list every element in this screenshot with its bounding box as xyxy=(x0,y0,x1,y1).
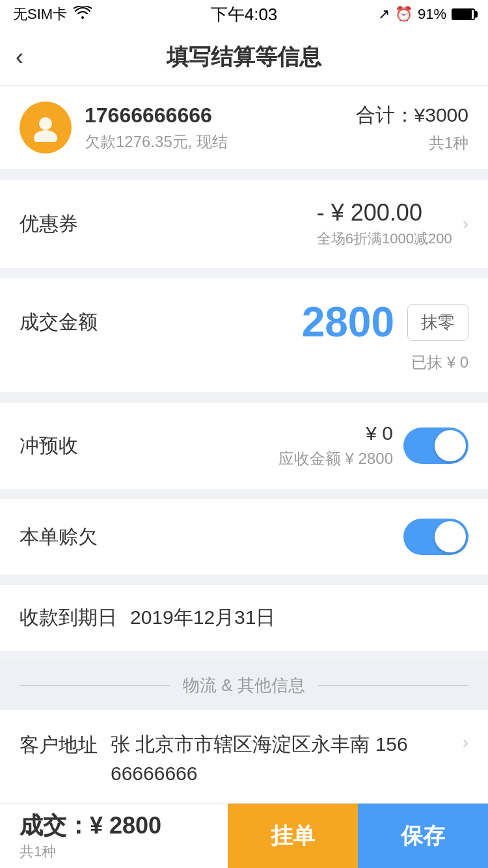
battery-icon xyxy=(452,8,475,20)
precollect-label: 冲预收 xyxy=(20,433,78,459)
customer-card: 17666666666 欠款1276.35元, 现结 合计：¥3000 共1种 xyxy=(0,86,488,169)
address-value: 张 北京市市辖区海淀区永丰南 156 66666666 xyxy=(111,729,463,788)
coupon-section: 优惠券 - ¥ 200.00 全场6折满1000减200 › xyxy=(0,180,488,268)
total-label: 合计： xyxy=(356,104,414,126)
status-bar: 无SIM卡 下午4:03 ↗ ⏰ 91% xyxy=(0,0,488,29)
nav-bar: ‹ 填写结算等信息 xyxy=(0,29,488,86)
debt-toggle-knob xyxy=(435,521,466,552)
avatar xyxy=(20,102,72,154)
customer-debt: 欠款1276.35元, 现结 xyxy=(85,131,228,152)
divider-line-left xyxy=(20,685,170,686)
total-amount: ¥3000 xyxy=(414,104,468,126)
coupon-info: - ¥ 200.00 全场6折满1000减200 xyxy=(317,199,452,249)
battery-label: 91% xyxy=(418,6,446,23)
precollect-toggle-knob xyxy=(435,430,466,461)
due-date-label: 收款到期日 xyxy=(20,604,117,631)
coupon-chevron-icon: › xyxy=(463,213,468,234)
status-bar-time: 下午4:03 xyxy=(211,3,278,26)
due-date-section: 收款到期日 2019年12月31日 xyxy=(0,585,488,651)
status-bar-right: ↗ ⏰ 91% xyxy=(378,6,475,23)
customer-right: 合计：¥3000 共1种 xyxy=(356,102,468,154)
svg-point-0 xyxy=(39,117,52,130)
divider-text: 物流 & 其他信息 xyxy=(183,674,305,697)
debt-label: 本单赊欠 xyxy=(20,524,98,550)
alarm-icon: ⏰ xyxy=(395,6,413,23)
address-chevron-icon: › xyxy=(463,729,468,753)
coupon-right: - ¥ 200.00 全场6折满1000减200 › xyxy=(317,199,468,249)
coupon-row[interactable]: 优惠券 - ¥ 200.00 全场6折满1000减200 › xyxy=(0,180,488,268)
bottom-deal: 成交：¥ 2800 xyxy=(20,810,208,842)
precollect-amount: ¥ 0 xyxy=(278,422,393,444)
deal-section: 成交金额 2800 抹零 已抹 ¥ 0 xyxy=(0,278,488,392)
precollect-amounts: ¥ 0 应收金额 ¥ 2800 xyxy=(278,422,393,469)
bottom-count: 共1种 xyxy=(20,842,208,861)
customer-total: 合计：¥3000 xyxy=(356,102,468,129)
deal-row: 成交金额 2800 抹零 xyxy=(20,298,468,346)
precollect-section: 冲预收 ¥ 0 应收金额 ¥ 2800 xyxy=(0,403,488,489)
precollect-right: ¥ 0 应收金额 ¥ 2800 xyxy=(278,422,468,469)
bottom-bar: 成交：¥ 2800 共1种 挂单 保存 xyxy=(0,803,488,868)
wifi-icon xyxy=(74,6,92,23)
precollect-row: 冲预收 ¥ 0 应收金额 ¥ 2800 xyxy=(0,403,488,489)
status-bar-left: 无SIM卡 xyxy=(13,5,92,24)
back-button[interactable]: ‹ xyxy=(16,44,23,71)
debt-section: 本单赊欠 xyxy=(0,499,488,575)
content: 17666666666 欠款1276.35元, 现结 合计：¥3000 共1种 … xyxy=(0,86,488,868)
customer-info: 17666666666 欠款1276.35元, 现结 xyxy=(85,103,228,152)
bottom-deal-amount: ¥ 2800 xyxy=(90,812,161,839)
debt-toggle[interactable] xyxy=(403,519,468,555)
page-title: 填写结算等信息 xyxy=(167,42,321,72)
coupon-label: 优惠券 xyxy=(20,211,78,237)
svg-point-1 xyxy=(34,130,57,142)
coupon-amount: - ¥ 200.00 xyxy=(317,199,452,226)
due-row: 收款到期日 2019年12月31日 xyxy=(20,604,468,631)
customer-left: 17666666666 欠款1276.35元, 现结 xyxy=(20,102,228,154)
precollect-desc: 应收金额 ¥ 2800 xyxy=(278,448,393,469)
due-date-value: 2019年12月31日 xyxy=(130,604,275,631)
address-label: 客户地址 xyxy=(20,729,98,759)
deal-label: 成交金额 xyxy=(20,309,98,336)
deal-amount: 2800 xyxy=(302,298,394,346)
divider-line-right xyxy=(318,685,468,686)
deal-sub: 已抹 ¥ 0 xyxy=(411,353,468,371)
save-button[interactable]: 保存 xyxy=(358,804,488,868)
customer-count: 共1种 xyxy=(356,133,468,154)
customer-phone: 17666666666 xyxy=(85,103,228,128)
round-off-button[interactable]: 抹零 xyxy=(407,304,468,341)
address-section[interactable]: 客户地址 张 北京市市辖区海淀区永丰南 156 66666666 › xyxy=(0,710,488,807)
bottom-summary: 成交：¥ 2800 共1种 xyxy=(0,804,228,868)
carrier-label: 无SIM卡 xyxy=(13,5,67,24)
location-icon: ↗ xyxy=(378,6,390,23)
precollect-toggle[interactable] xyxy=(403,427,468,464)
logistics-divider: 物流 & 其他信息 xyxy=(0,661,488,710)
pending-button[interactable]: 挂单 xyxy=(228,804,358,868)
deal-right: 2800 抹零 xyxy=(302,298,468,346)
bottom-deal-prefix: 成交： xyxy=(20,812,90,839)
coupon-desc: 全场6折满1000减200 xyxy=(317,229,452,249)
